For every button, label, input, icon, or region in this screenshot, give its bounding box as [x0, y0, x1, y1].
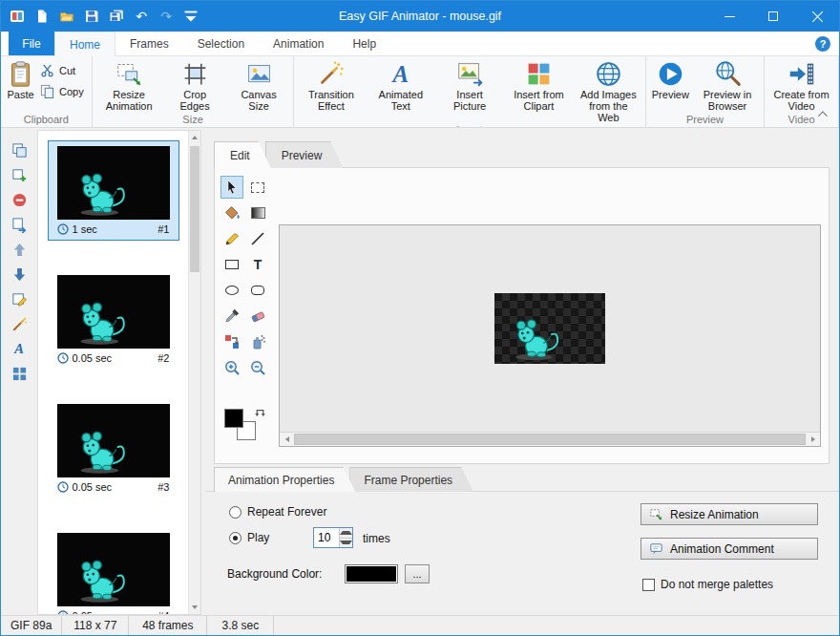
scroll-up-arrow[interactable]: [189, 131, 200, 144]
insert-picture-button[interactable]: Insert Picture: [435, 57, 504, 123]
frame-thumbnail: [57, 146, 170, 220]
app-icon[interactable]: [7, 6, 28, 27]
resize-animation-button[interactable]: Resize Animation: [94, 57, 164, 113]
add-images-from-web-button[interactable]: Add Images from the Web: [574, 57, 643, 123]
tab-frames[interactable]: Frames: [116, 32, 183, 55]
frames-scrollbar[interactable]: [188, 131, 200, 614]
status-duration: 3.8 sec: [207, 616, 274, 635]
play-count-spinner: [313, 527, 353, 548]
tab-file[interactable]: File: [9, 32, 54, 55]
rectangle-tool[interactable]: [220, 253, 243, 276]
text-tool[interactable]: T: [246, 253, 269, 276]
preview-button[interactable]: Preview: [648, 57, 693, 113]
zoom-in-tool[interactable]: [220, 356, 243, 379]
eraser-tool[interactable]: [246, 305, 269, 328]
spin-down-button[interactable]: [340, 538, 352, 548]
qat-customize-icon[interactable]: [180, 6, 201, 27]
play-count-input[interactable]: [314, 528, 339, 547]
pencil-tool[interactable]: [220, 227, 243, 250]
extract-frame-button[interactable]: [10, 216, 29, 233]
animation-comment-button[interactable]: Animation Comment: [640, 538, 818, 560]
preview-in-browser-button[interactable]: Preview in Browser: [693, 57, 762, 113]
do-not-merge-checkbox[interactable]: [642, 579, 655, 591]
eyedropper-tool[interactable]: [220, 305, 243, 328]
open-folder-icon[interactable]: [56, 6, 77, 27]
group-label-clipboard: Clipboard: [3, 113, 90, 127]
delete-frame-button[interactable]: [10, 191, 29, 208]
new-file-icon[interactable]: [32, 6, 52, 27]
transition-effect-button[interactable]: Transition Effect: [296, 57, 366, 123]
scroll-right-arrow[interactable]: [806, 433, 820, 446]
edit-frame-button[interactable]: [10, 290, 29, 307]
line-tool[interactable]: [246, 227, 269, 250]
tab-selection[interactable]: Selection: [183, 32, 259, 55]
preview-play-icon: [657, 60, 684, 88]
create-from-video-button[interactable]: Create from Video: [766, 57, 836, 113]
repeat-forever-radio[interactable]: [229, 506, 242, 519]
edit-canvas[interactable]: [279, 224, 821, 447]
save-icon[interactable]: [81, 6, 102, 27]
gradient-tool[interactable]: [246, 201, 269, 224]
add-frame-button[interactable]: [10, 166, 29, 183]
frame-item-3[interactable]: 0.05 sec #3: [48, 398, 179, 498]
duplicate-frame-button[interactable]: [10, 141, 29, 159]
tab-frame-properties[interactable]: Frame Properties: [349, 467, 473, 492]
help-button[interactable]: ?: [815, 36, 830, 52]
spray-tool[interactable]: [246, 330, 269, 353]
maximize-button[interactable]: [751, 1, 795, 32]
animated-text-button[interactable]: A Animated Text: [366, 57, 435, 123]
animation-background-swatch[interactable]: [345, 564, 398, 583]
copy-button[interactable]: Copy: [40, 84, 84, 98]
select-tool[interactable]: [220, 176, 243, 199]
canvas-size-button[interactable]: Canvas Size: [226, 57, 292, 113]
cut-button[interactable]: Cut: [40, 63, 84, 77]
replace-color-tool[interactable]: [220, 330, 243, 353]
tab-animation-properties[interactable]: Animation Properties: [214, 467, 355, 492]
move-frame-up-button[interactable]: [10, 241, 29, 258]
fill-tool[interactable]: [220, 201, 243, 224]
group-label-preview: Preview: [648, 113, 762, 127]
collapse-ribbon-button[interactable]: [818, 110, 828, 117]
resize-animation-panel-button[interactable]: Resize Animation: [640, 503, 818, 525]
foreground-color-swatch[interactable]: [224, 409, 243, 428]
play-option[interactable]: Play: [229, 531, 269, 544]
frame-text-button[interactable]: A: [10, 340, 29, 357]
scrollbar-thumb[interactable]: [294, 434, 806, 445]
scrollbar-thumb[interactable]: [190, 146, 200, 272]
tab-edit-preview[interactable]: Preview: [265, 141, 344, 168]
tab-edit[interactable]: Edit: [214, 141, 271, 168]
frame-item-1[interactable]: 1 sec #1: [48, 140, 179, 241]
do-not-merge-option[interactable]: Do not merge palettes: [642, 578, 773, 591]
tab-home[interactable]: Home: [54, 32, 116, 56]
rounded-rect-tool[interactable]: [246, 279, 269, 302]
move-frame-down-button[interactable]: [10, 265, 29, 283]
minimize-button[interactable]: [707, 1, 751, 32]
frame-item-2[interactable]: 0.05 sec #2: [48, 269, 179, 370]
save-all-icon[interactable]: [106, 6, 127, 27]
insert-from-clipart-button[interactable]: Insert from Clipart: [504, 57, 574, 123]
spin-up-button[interactable]: [340, 528, 352, 538]
tab-help[interactable]: Help: [338, 32, 390, 55]
zoom-out-tool[interactable]: [246, 356, 269, 379]
redo-icon[interactable]: ↷: [156, 6, 177, 27]
swap-colors-icon[interactable]: [254, 407, 266, 419]
times-label: times: [363, 532, 390, 545]
canvas-horizontal-scrollbar[interactable]: [280, 432, 820, 446]
undo-icon[interactable]: ↶: [131, 6, 152, 27]
tab-animation[interactable]: Animation: [259, 32, 338, 55]
play-radio[interactable]: [229, 532, 242, 544]
repeat-forever-option[interactable]: Repeat Forever: [229, 505, 326, 519]
frame-item-4[interactable]: 0.05 sec #4: [48, 527, 179, 614]
scroll-left-arrow[interactable]: [280, 433, 294, 446]
scroll-down-arrow[interactable]: [189, 601, 200, 614]
close-button[interactable]: [795, 1, 839, 32]
ellipse-tool[interactable]: [220, 279, 243, 302]
frame-grid-button[interactable]: [10, 365, 29, 382]
marquee-select-tool[interactable]: [246, 176, 269, 199]
paste-button[interactable]: Paste: [3, 57, 38, 113]
frame-effects-wand-button[interactable]: [10, 315, 29, 332]
frames-list: 1 sec #1 0.05 sec #2: [38, 131, 188, 614]
background-color-browse-button[interactable]: ...: [405, 564, 430, 583]
gif-image[interactable]: [494, 293, 605, 364]
crop-edges-button[interactable]: Crop Edges: [164, 57, 226, 113]
